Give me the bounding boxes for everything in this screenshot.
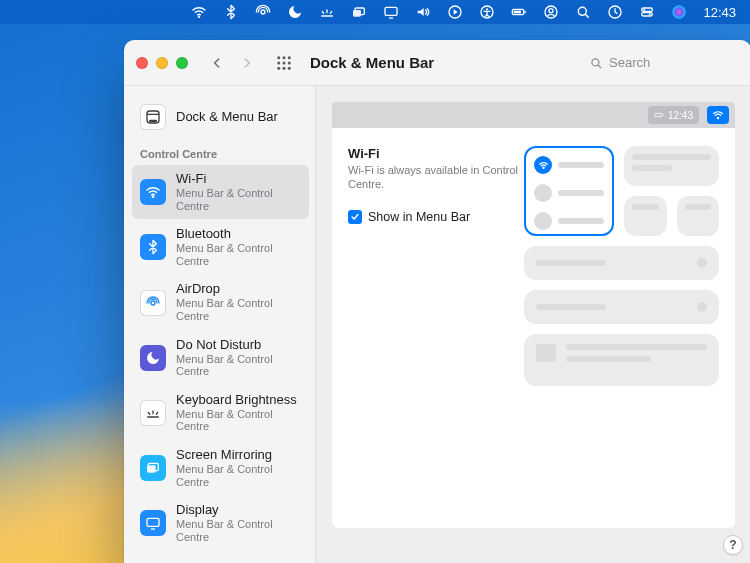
menu-bar-preview: 12:43 — [332, 102, 735, 128]
search-field[interactable]: Search — [589, 51, 739, 75]
toolbar: Dock & Menu Bar Search — [124, 40, 750, 86]
sidebar-item-sublabel: Menu Bar & Control Centre — [176, 297, 301, 322]
cc-preview-nowplaying — [524, 334, 719, 386]
close-button[interactable] — [136, 57, 148, 69]
svg-point-27 — [288, 66, 291, 69]
keyboard-brightness-icon — [140, 400, 166, 426]
battery-icon[interactable] — [511, 4, 527, 20]
accessibility-icon[interactable] — [479, 4, 495, 20]
sidebar-item-label: Display — [176, 503, 301, 518]
svg-point-37 — [717, 117, 718, 118]
siri-icon[interactable] — [671, 4, 687, 20]
help-button[interactable]: ? — [723, 535, 743, 555]
cc-preview-module — [624, 146, 719, 186]
detail-content: Wi-Fi Wi-Fi is always available in Contr… — [332, 128, 735, 528]
do-not-disturb-icon[interactable] — [287, 4, 303, 20]
minimize-button[interactable] — [156, 57, 168, 69]
control-centre-icon[interactable] — [639, 4, 655, 20]
svg-point-31 — [152, 196, 153, 197]
svg-rect-14 — [642, 8, 653, 11]
svg-rect-30 — [149, 120, 157, 122]
airdrop-icon[interactable] — [255, 4, 271, 20]
svg-rect-3 — [353, 10, 361, 17]
screen-mirroring-icon — [140, 455, 166, 481]
cc-preview-slider — [524, 246, 719, 280]
sidebar: Dock & Menu Bar Control Centre Wi-Fi Men… — [124, 86, 316, 563]
forward-button[interactable] — [236, 52, 258, 74]
cc-wifi-dot-icon — [534, 156, 552, 174]
wifi-icon — [140, 179, 166, 205]
sidebar-item-screen-mirroring[interactable]: Screen Mirroring Menu Bar & Control Cent… — [132, 441, 309, 495]
window-controls — [136, 57, 188, 69]
sidebar-item-label: Bluetooth — [176, 227, 301, 242]
sidebar-item-sublabel: Menu Bar & Control Centre — [176, 242, 301, 267]
svg-rect-36 — [655, 113, 662, 116]
sidebar-item-label: Screen Mirroring — [176, 448, 301, 463]
svg-point-20 — [283, 56, 286, 59]
sidebar-item-bluetooth[interactable]: Bluetooth Menu Bar & Control Centre — [132, 220, 309, 274]
svg-point-17 — [649, 13, 651, 15]
svg-point-18 — [673, 5, 686, 18]
svg-point-19 — [277, 56, 280, 59]
menu-bar-clock[interactable]: 12:43 — [703, 5, 736, 20]
show-all-button[interactable] — [274, 53, 294, 73]
sidebar-item-sublabel: Menu Bar & Control Centre — [176, 518, 301, 543]
svg-rect-15 — [642, 13, 653, 16]
sidebar-item-keyboard-brightness[interactable]: Keyboard Brightness Menu Bar & Control C… — [132, 386, 309, 440]
detail-description: Wi-Fi is always available in Control Cen… — [348, 163, 528, 192]
fullscreen-button[interactable] — [176, 57, 188, 69]
sound-icon[interactable] — [415, 4, 431, 20]
back-button[interactable] — [206, 52, 228, 74]
svg-rect-9 — [514, 11, 521, 14]
sidebar-item-label: Wi-Fi — [176, 172, 301, 187]
now-playing-icon[interactable] — [447, 4, 463, 20]
sidebar-item-label: Dock & Menu Bar — [176, 110, 278, 125]
sidebar-item-label: AirDrop — [176, 282, 301, 297]
checkbox-icon — [348, 210, 362, 224]
cc-preview-slider — [524, 290, 719, 324]
bluetooth-icon[interactable] — [223, 4, 239, 20]
window-title: Dock & Menu Bar — [310, 54, 434, 71]
moon-icon — [140, 345, 166, 371]
svg-point-24 — [288, 61, 291, 64]
svg-point-7 — [486, 8, 488, 10]
sidebar-item-display[interactable]: Display Menu Bar & Control Centre — [132, 496, 309, 550]
svg-point-38 — [542, 167, 543, 168]
svg-point-11 — [549, 9, 553, 13]
sidebar-item-sublabel: Menu Bar & Control Centre — [176, 408, 301, 433]
cc-preview-module — [677, 196, 720, 236]
svg-point-0 — [199, 16, 200, 17]
checkbox-label: Show in Menu Bar — [368, 210, 470, 224]
screen-mirroring-icon[interactable] — [351, 4, 367, 20]
detail-panel: 12:43 Wi-Fi Wi-Fi is always available in… — [316, 86, 750, 563]
macos-menu-bar: 12:43 — [0, 0, 750, 24]
search-icon — [589, 56, 603, 70]
sidebar-item-label: Keyboard Brightness — [176, 393, 301, 408]
wifi-icon[interactable] — [191, 4, 207, 20]
preview-clock: 12:43 — [668, 110, 693, 121]
keyboard-brightness-icon[interactable] — [319, 4, 335, 20]
search-placeholder: Search — [609, 55, 650, 70]
sidebar-item-airdrop[interactable]: AirDrop Menu Bar & Control Centre — [132, 275, 309, 329]
display-icon[interactable] — [383, 4, 399, 20]
sidebar-section-header: Control Centre — [132, 138, 315, 164]
sidebar-item-sublabel: Menu Bar & Control Centre — [176, 463, 301, 488]
sidebar-item-dock-and-menu-bar[interactable]: Dock & Menu Bar — [132, 97, 309, 137]
cc-preview-active-module — [524, 146, 614, 236]
svg-point-25 — [277, 66, 280, 69]
user-icon[interactable] — [543, 4, 559, 20]
sidebar-item-sublabel: Menu Bar & Control Centre — [176, 187, 301, 212]
battery-preview-icon: 12:43 — [648, 106, 699, 124]
bluetooth-icon — [140, 234, 166, 260]
svg-point-1 — [261, 10, 265, 14]
svg-point-22 — [277, 61, 280, 64]
time-machine-icon[interactable] — [607, 4, 623, 20]
dock-menu-icon — [140, 104, 166, 130]
display-icon — [140, 510, 166, 536]
svg-point-16 — [644, 9, 646, 11]
svg-point-32 — [151, 301, 155, 305]
sidebar-item-wifi[interactable]: Wi-Fi Menu Bar & Control Centre — [132, 165, 309, 219]
svg-rect-34 — [147, 466, 156, 473]
sidebar-item-do-not-disturb[interactable]: Do Not Disturb Menu Bar & Control Centre — [132, 331, 309, 385]
spotlight-icon[interactable] — [575, 4, 591, 20]
